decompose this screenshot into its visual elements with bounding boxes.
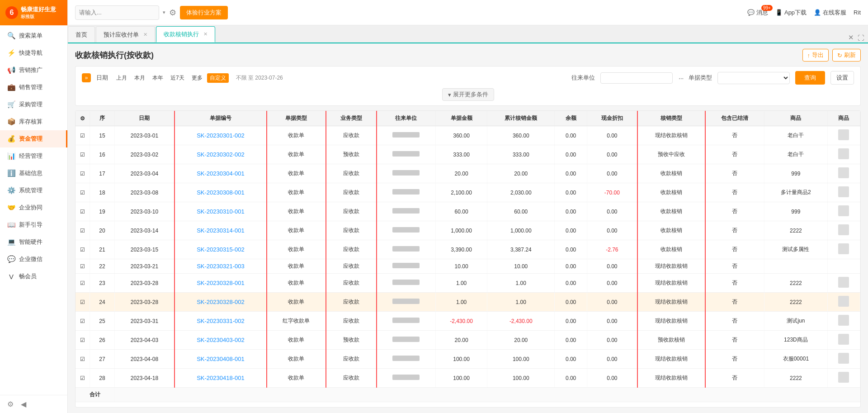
cell-biz-type: 应收款: [326, 259, 377, 274]
expand-conditions-button[interactable]: ▾ 展开更多条件: [442, 88, 494, 101]
sidebar-item-sales[interactable]: 💼销售管理: [0, 79, 67, 96]
query-button[interactable]: 查询: [795, 71, 825, 85]
bill-no-link[interactable]: SK-20230302-002: [197, 151, 245, 158]
bill-no-link[interactable]: SK-20230418-001: [197, 375, 245, 381]
tab-pending[interactable]: 预计应收付单 ✕: [96, 26, 155, 43]
topbar-search-input[interactable]: [79, 9, 155, 16]
dropdown-icon[interactable]: ▾: [163, 9, 165, 15]
cell-product2: [827, 221, 860, 240]
settings-button[interactable]: 设置: [830, 71, 854, 85]
bill-no-link[interactable]: SK-20230328-001: [197, 280, 245, 286]
cell-total-cancel: 60.00: [487, 202, 555, 221]
bill-no-link[interactable]: SK-20230331-002: [197, 318, 245, 324]
sidebar-item-basic[interactable]: ℹ️基础信息: [0, 165, 67, 182]
cell-gear[interactable]: ☑: [75, 183, 90, 202]
cell-product1: 老白干: [764, 126, 827, 145]
bill-no-link[interactable]: SK-20230310-001: [197, 208, 245, 215]
sidebar-item-finance[interactable]: 💰资金管理: [0, 130, 67, 147]
sidebar-item-purchase[interactable]: 🛒采购管理: [0, 96, 67, 113]
sidebar-item-operations[interactable]: 📊经营管理: [0, 147, 67, 165]
cell-gear[interactable]: ☑: [75, 369, 90, 388]
user-menu[interactable]: Rit: [854, 9, 861, 16]
settings-icon[interactable]: ⚙: [7, 400, 14, 408]
date-this-year[interactable]: 本年: [150, 73, 166, 83]
cell-bill-no: SK-20230304-001: [175, 164, 267, 183]
table-row: ☑ 24 2023-03-28 SK-20230328-002 收款单 应收款 …: [75, 293, 860, 312]
bill-no-link[interactable]: SK-20230314-001: [197, 227, 245, 234]
refresh-button[interactable]: ↻ 刷新: [832, 49, 861, 62]
cell-gear[interactable]: ☑: [75, 259, 90, 274]
sidebar-item-enterprise[interactable]: 🤝企业协同: [0, 199, 67, 216]
col-cash-discount: 现金折扣: [587, 111, 637, 126]
cell-gear[interactable]: ☑: [75, 202, 90, 221]
bill-no-link[interactable]: SK-20230308-001: [197, 189, 245, 196]
cell-bill-type: 收款单: [267, 331, 326, 350]
date-custom-button[interactable]: 自定义: [207, 73, 229, 83]
cell-date: 2023-03-01: [114, 126, 175, 145]
cell-gear[interactable]: ☑: [75, 221, 90, 240]
table-row: ☑ 25 2023-03-31 SK-20230331-002 红字收款单 应收…: [75, 312, 860, 331]
close-tab-icon[interactable]: ✕: [848, 33, 854, 42]
sidebar-item-guide[interactable]: 📖新手引导: [0, 216, 67, 233]
counterparty-dots[interactable]: ···: [678, 73, 683, 83]
bill-no-link[interactable]: SK-20230304-001: [197, 170, 245, 177]
cell-amount: 1,000.00: [435, 221, 487, 240]
col-product2: 商品: [827, 111, 860, 126]
cell-gear[interactable]: ☑: [75, 274, 90, 293]
receipt-type-select[interactable]: [717, 72, 790, 84]
app-download-button[interactable]: 📱 App下载: [775, 9, 807, 17]
page-title-row: 收款核销执行(按收款) ↑ 导出 ↻ 刷新: [75, 49, 861, 62]
bill-no-link[interactable]: SK-20230408-001: [197, 356, 245, 362]
sidebar-item-search[interactable]: 🔍搜索菜单: [0, 27, 67, 44]
cell-gear[interactable]: ☑: [75, 240, 90, 259]
counterparty-input[interactable]: [600, 72, 673, 84]
cell-product1: 2222: [764, 274, 827, 293]
cell-product2: [827, 369, 860, 388]
cell-gear[interactable]: ☑: [75, 350, 90, 369]
date-last-7days[interactable]: 近7天: [168, 73, 187, 83]
cell-cash-discount: 0.00: [587, 293, 637, 312]
message-button[interactable]: 💬 消息 99+: [747, 9, 768, 17]
bill-no-link[interactable]: SK-20230321-003: [197, 263, 245, 270]
fullscreen-icon[interactable]: ⛶: [858, 34, 864, 42]
bill-no-link[interactable]: SK-20230315-002: [197, 246, 245, 253]
cell-bill-no: SK-20230314-001: [175, 221, 267, 240]
tab-receipt-close[interactable]: ✕: [203, 31, 208, 37]
cell-gear[interactable]: ☑: [75, 126, 90, 145]
cell-gear[interactable]: ☑: [75, 312, 90, 331]
table-row: ☑ 17 2023-03-04 SK-20230304-001 收款单 应收款 …: [75, 164, 860, 183]
bill-no-link[interactable]: SK-20230328-002: [197, 299, 245, 305]
filter-toggle-button[interactable]: »: [82, 73, 91, 82]
main-content: ▾ ⚙ 体验行业方案 💬 消息 99+ 📱 App下载 👤 在线客服 Rit 首…: [68, 0, 868, 413]
tab-pending-close[interactable]: ✕: [143, 32, 147, 38]
cell-gear[interactable]: ☑: [75, 145, 90, 164]
bill-no-link[interactable]: SK-20230403-002: [197, 337, 245, 343]
date-last-month[interactable]: 上月: [113, 73, 130, 83]
tab-home[interactable]: 首页: [68, 26, 95, 43]
sidebar-item-system[interactable]: ⚙️系统管理: [0, 182, 67, 199]
sidebar-item-member[interactable]: V畅会员: [0, 268, 67, 285]
sidebar-item-hardware[interactable]: 💻智能硬件: [0, 233, 67, 251]
cell-gear[interactable]: ☑: [75, 164, 90, 183]
industry-solution-button[interactable]: 体验行业方案: [180, 6, 228, 19]
bill-no-link[interactable]: SK-20230301-002: [197, 132, 245, 139]
sidebar-item-wechat[interactable]: 💬企业微信: [0, 251, 67, 268]
sidebar-item-inventory[interactable]: 📦库存核算: [0, 113, 67, 130]
cell-biz-type: 应收款: [326, 350, 377, 369]
cell-biz-type: 应收款: [326, 202, 377, 221]
sidebar-item-marketing[interactable]: 📢营销推广: [0, 62, 67, 79]
col-gear[interactable]: ⚙: [75, 111, 90, 126]
cell-gear[interactable]: ☑: [75, 331, 90, 350]
collapse-icon[interactable]: ◀: [21, 400, 26, 408]
date-more[interactable]: 更多: [189, 73, 205, 83]
sidebar-icon-inventory: 📦: [7, 118, 15, 126]
sidebar-item-quick[interactable]: ⚡快捷导航: [0, 44, 67, 62]
cell-cash-discount: 0.00: [587, 202, 637, 221]
tab-receipt[interactable]: 收款核销执行 ✕: [156, 26, 215, 43]
export-button[interactable]: ↑ 导出: [802, 49, 829, 62]
topbar-gear-icon[interactable]: ⚙: [169, 8, 176, 18]
online-service-button[interactable]: 👤 在线客服: [814, 9, 846, 17]
date-this-month[interactable]: 本月: [132, 73, 148, 83]
cell-gear[interactable]: ☑: [75, 293, 90, 312]
export-icon: ↑: [807, 52, 811, 59]
